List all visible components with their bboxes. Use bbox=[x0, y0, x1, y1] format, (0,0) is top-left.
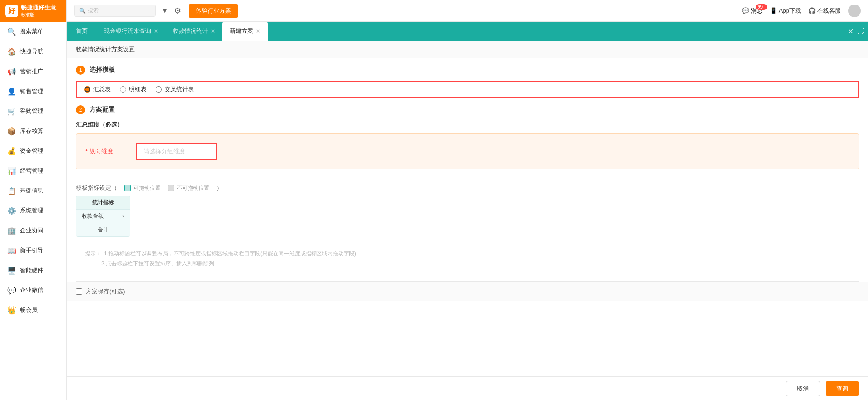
sidebar-item-label: 新手引导 bbox=[20, 246, 43, 254]
sidebar-item-label: 搜索菜单 bbox=[20, 28, 43, 36]
tab-new-plan-close[interactable]: ✕ bbox=[256, 28, 260, 34]
member-icon: 👑 bbox=[7, 306, 16, 315]
maximize-btn[interactable]: ⛶ bbox=[857, 27, 864, 35]
sidebar-item-finance[interactable]: 💰 资金管理 bbox=[0, 141, 66, 161]
online-service-link[interactable]: 🎧 在线客服 bbox=[808, 7, 841, 15]
radio-mingxi-label: 明细表 bbox=[129, 85, 146, 94]
search-placeholder: 搜索 bbox=[88, 7, 99, 14]
purchase-icon: 🛒 bbox=[7, 107, 16, 116]
tab-collection[interactable]: 收款情况统计 ✕ bbox=[165, 22, 222, 41]
tab-new-plan[interactable]: 新建方案 ✕ bbox=[222, 22, 268, 41]
dimension-row: * 纵向维度 —— 请选择分组维度 bbox=[85, 143, 849, 160]
sidebar-item-label: 销售管理 bbox=[20, 87, 43, 95]
indicator-amount-label: 收款金额 bbox=[82, 212, 104, 220]
tab-collection-label: 收款情况统计 bbox=[173, 27, 208, 35]
logo-icon: 好 bbox=[5, 5, 18, 17]
logo-text: 畅捷通好生意 bbox=[21, 4, 56, 12]
dimension-label: 汇总维度（必选） bbox=[76, 121, 859, 129]
home-icon: 🏠 bbox=[7, 47, 16, 56]
notification-badge: 99+ bbox=[756, 4, 767, 10]
dimension-config: 汇总维度（必选） * 纵向维度 —— 请选择分组维度 bbox=[76, 121, 859, 184]
download-icon: 📱 bbox=[770, 7, 777, 14]
system-icon: ⚙️ bbox=[7, 207, 16, 215]
trial-button[interactable]: 体验行业方案 bbox=[189, 4, 238, 18]
header: 🔍 搜索 ▾ ⚙ 体验行业方案 💬 消息 99+ 📱 App下载 🎧 在线客服 bbox=[67, 0, 868, 22]
indicator-settings: 模板指标设定（ 可拖动位置 不可拖动位置 ） bbox=[76, 184, 859, 238]
indicator-total: 合计 bbox=[76, 223, 130, 236]
indicator-row-amount[interactable]: 收款金额 ▾ bbox=[76, 209, 130, 223]
sidebar-item-hardware[interactable]: 🖥️ 智能硬件 bbox=[0, 260, 66, 280]
dim-arrow: —— bbox=[118, 148, 130, 155]
notification-bell[interactable]: 💬 消息 99+ bbox=[742, 7, 763, 15]
tab-cashflow[interactable]: 现金银行流水查询 ✕ bbox=[97, 22, 165, 41]
query-button[interactable]: 查询 bbox=[826, 381, 859, 396]
sidebar-item-nav[interactable]: 🏠 快捷导航 bbox=[0, 42, 66, 61]
sidebar-item-purchase[interactable]: 🛒 采购管理 bbox=[0, 101, 66, 121]
user-avatar[interactable] bbox=[848, 5, 861, 17]
gear-icon[interactable]: ⚙ bbox=[174, 6, 181, 16]
corp-icon: 🏢 bbox=[7, 226, 16, 235]
sales-icon: 👤 bbox=[7, 87, 16, 96]
sidebar-item-system[interactable]: ⚙️ 系统管理 bbox=[0, 201, 66, 221]
radio-jiaocha-input[interactable] bbox=[156, 86, 162, 93]
marketing-icon: 📢 bbox=[7, 67, 16, 76]
chevron-down-icon: ▾ bbox=[122, 214, 124, 219]
indicator-title-text: 模板指标设定（ bbox=[76, 184, 117, 192]
sidebar-item-search[interactable]: 🔍 搜索菜单 bbox=[0, 22, 66, 42]
cancel-button[interactable]: 取消 bbox=[786, 381, 820, 396]
sidebar-item-base[interactable]: 📋 基础信息 bbox=[0, 181, 66, 201]
sidebar-item-guide[interactable]: 📖 新手引导 bbox=[0, 240, 66, 260]
sidebar-item-marketing[interactable]: 📢 营销推广 bbox=[0, 61, 66, 81]
step1-section: 1 选择模板 汇总表 明细表 bbox=[67, 58, 868, 105]
tab-bar: 首页 现金银行流水查询 ✕ 收款情况统计 ✕ 新建方案 ✕ ✕ ⛶ bbox=[67, 22, 868, 41]
step2-num: 2 bbox=[76, 105, 85, 114]
non-draggable-legend-label: 不可拖动位置 bbox=[177, 184, 209, 192]
tip-text-1: 1.拖动标题栏可以调整布局，不可跨维度或指标区域拖动栏目字段(只能在同一维度或指… bbox=[104, 249, 356, 259]
search-box[interactable]: 🔍 搜索 bbox=[74, 5, 156, 17]
save-checkbox[interactable] bbox=[76, 288, 82, 295]
tab-cashflow-close[interactable]: ✕ bbox=[154, 28, 158, 34]
sidebar: 好 畅捷通好生意 标准版 🔍 搜索菜单 🏠 快捷导航 📢 营销推广 👤 销售管理… bbox=[0, 0, 67, 400]
sidebar-item-label: 快捷导航 bbox=[20, 47, 43, 56]
close-window-btn[interactable]: ✕ bbox=[848, 27, 854, 36]
radio-jiaocha-label: 交叉统计表 bbox=[165, 85, 194, 94]
sidebar-item-weixin[interactable]: 💬 企业微信 bbox=[0, 280, 66, 300]
radio-huizong[interactable]: 汇总表 bbox=[84, 85, 111, 94]
footer-save-section: 方案保存(可选) bbox=[67, 282, 868, 301]
logo: 好 畅捷通好生意 标准版 bbox=[0, 0, 66, 22]
template-radio-group: 汇总表 明细表 交叉统计表 bbox=[84, 85, 194, 94]
legend-draggable: 可拖动位置 bbox=[124, 184, 160, 192]
tip-2: 2.点击标题栏下拉可设置排序、插入列和删除列 bbox=[101, 259, 850, 269]
sidebar-item-label: 经营管理 bbox=[20, 167, 43, 175]
sidebar-item-corp[interactable]: 🏢 企业协同 bbox=[0, 221, 66, 240]
app-download-link[interactable]: 📱 App下载 bbox=[770, 7, 801, 15]
page-content-area: 收款情况统计方案设置 1 选择模板 汇总表 明 bbox=[67, 41, 868, 376]
tab-home[interactable]: 首页 bbox=[67, 22, 97, 41]
step1-header: 1 选择模板 bbox=[76, 66, 859, 75]
radio-jiaocha[interactable]: 交叉统计表 bbox=[156, 85, 194, 94]
sidebar-item-sales[interactable]: 👤 销售管理 bbox=[0, 81, 66, 101]
guide-icon: 📖 bbox=[7, 246, 16, 255]
header-right: 💬 消息 99+ 📱 App下载 🎧 在线客服 bbox=[742, 5, 861, 17]
dropdown-icon[interactable]: ▾ bbox=[163, 6, 167, 16]
tab-collection-close[interactable]: ✕ bbox=[211, 28, 215, 34]
weixin-icon: 💬 bbox=[7, 286, 16, 295]
radio-huizong-input[interactable] bbox=[84, 86, 90, 93]
dim-select-box[interactable]: 请选择分组维度 bbox=[136, 143, 217, 160]
step2-header: 2 方案配置 bbox=[76, 105, 859, 114]
sidebar-item-inventory[interactable]: 📦 库存核算 bbox=[0, 121, 66, 141]
radio-mingxi[interactable]: 明细表 bbox=[120, 85, 146, 94]
logo-sub: 标准版 bbox=[21, 12, 56, 18]
tab-new-plan-label: 新建方案 bbox=[230, 27, 253, 35]
sidebar-item-management[interactable]: 📊 经营管理 bbox=[0, 161, 66, 181]
page-title: 收款情况统计方案设置 bbox=[76, 46, 135, 52]
tip-text-2: 2.点击标题栏下拉可设置排序、插入列和删除列 bbox=[101, 259, 214, 269]
sidebar-item-label: 资金管理 bbox=[20, 147, 43, 155]
sidebar-item-member[interactable]: 👑 畅会员 bbox=[0, 300, 66, 320]
search-icon: 🔍 bbox=[7, 28, 16, 36]
radio-mingxi-input[interactable] bbox=[120, 86, 126, 93]
management-icon: 📊 bbox=[7, 167, 16, 175]
tab-cashflow-label: 现金银行流水查询 bbox=[104, 27, 151, 35]
main-area: 🔍 搜索 ▾ ⚙ 体验行业方案 💬 消息 99+ 📱 App下载 🎧 在线客服 bbox=[67, 0, 868, 400]
vertical-dim-label: * 纵向维度 bbox=[85, 147, 113, 155]
